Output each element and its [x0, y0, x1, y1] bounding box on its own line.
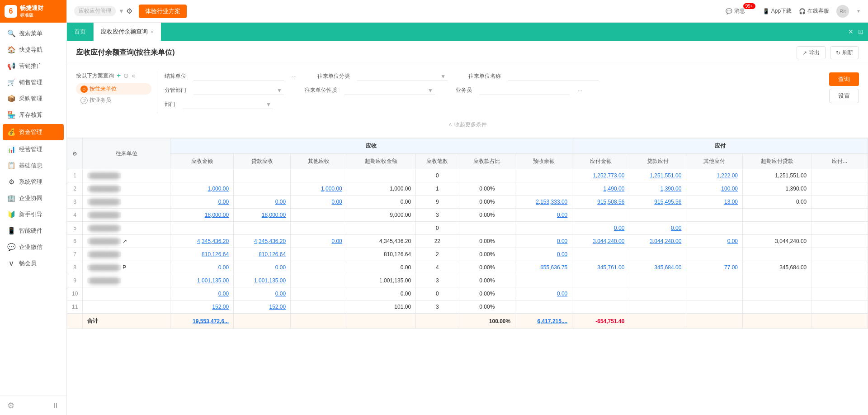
cell-link[interactable]: 810,126.64 [259, 251, 286, 258]
sidebar-item-wechat[interactable]: 💬 企业微信 [0, 239, 66, 255]
scheme-by-partner[interactable]: ⊙ 按往来单位 [76, 83, 151, 95]
cell-link[interactable]: 1,251,551.00 [650, 172, 681, 179]
cell-link[interactable]: 915,508.56 [597, 199, 624, 205]
cell-link[interactable]: 4,345,436.20 [254, 238, 286, 244]
sidebar-item-management[interactable]: 📊 经营管理 [0, 141, 66, 157]
sidebar-item-purchase[interactable]: 📦 采购管理 [0, 91, 66, 107]
cell-link[interactable]: 0.00 [671, 225, 681, 231]
edit-scheme-button[interactable]: ⊙ [123, 72, 129, 79]
online-service-link[interactable]: 🎧 在线客服 [799, 7, 829, 15]
settings-col-header[interactable]: ⚙ [67, 138, 83, 169]
sidebar-item-guide[interactable]: 🔰 新手引导 [0, 206, 66, 223]
sidebar-item-basic[interactable]: 📋 基础信息 [0, 157, 66, 174]
table-row: 10 0.00 0.00 0.00 0 0.00% 0.00 [67, 287, 868, 301]
cell-link[interactable]: 345,684.00 [654, 264, 681, 271]
cell-link[interactable]: 1,252,773.00 [593, 172, 624, 179]
footer-recv-amount[interactable]: 19,553,472,6... [170, 314, 234, 329]
cell-link[interactable]: 3,044,240.00 [593, 238, 624, 244]
cell-link[interactable]: 18,000.00 [262, 212, 286, 218]
query-button[interactable]: 查询 [829, 72, 859, 86]
settlement-unit-dots[interactable]: ··· [292, 73, 297, 80]
unit-name-input[interactable] [508, 72, 599, 81]
cell-link[interactable]: 915,495.56 [654, 199, 681, 205]
recv-count-cell: 9 [416, 196, 459, 209]
salesman-dots[interactable]: ··· [578, 87, 582, 94]
sidebar-item-inventory[interactable]: 🏪 库存核算 [0, 107, 66, 123]
cell-link[interactable]: 345,761.00 [597, 264, 624, 271]
tab-balance-query[interactable]: 应收应付余额查询 × [94, 23, 161, 41]
collapse-sidebar-btn[interactable]: ⏸ [52, 401, 59, 410]
add-scheme-button[interactable]: + [117, 72, 121, 80]
settings-gear-button[interactable]: ⚙ [124, 5, 134, 17]
sidebar-item-hardware[interactable]: 📱 智能硬件 [0, 223, 66, 239]
sidebar-item-system[interactable]: ⚙ 系统管理 [0, 174, 66, 190]
footer-prepaid[interactable]: 6,417,215.... [515, 314, 572, 329]
solution-button[interactable]: 体验行业方案 [139, 5, 187, 18]
cell-link[interactable]: 0.00 [275, 264, 286, 271]
tab-close-icon[interactable]: × [151, 29, 153, 34]
cell-link[interactable]: 810,126.64 [202, 251, 229, 258]
app-download-link[interactable]: 📱 App下载 [763, 7, 792, 15]
scheme-by-salesman[interactable]: ⏱ 按业务员 [76, 95, 151, 106]
cell-link[interactable]: 0.00 [557, 251, 567, 258]
set-button[interactable]: 设置 [829, 89, 859, 103]
collapse-conditions-button[interactable]: ∧ 收起更多条件 [448, 121, 486, 129]
cell-link[interactable]: 0.00 [614, 225, 624, 231]
cell-link[interactable]: 1,222.00 [717, 172, 738, 179]
sidebar-item-enterprise[interactable]: 🏢 企业协同 [0, 190, 66, 206]
cell-link[interactable]: 0.00 [218, 199, 229, 205]
collapse-scheme-button[interactable]: « [132, 72, 135, 79]
close-window-btn[interactable]: ✕ [848, 28, 854, 35]
refresh-button[interactable]: ↻ 刷新 [830, 46, 859, 59]
cell-link[interactable]: 0.00 [331, 238, 342, 244]
department-select[interactable] [183, 100, 273, 109]
salesman-input[interactable] [479, 86, 570, 95]
cell-link[interactable]: 1,001,135.00 [254, 277, 286, 284]
cell-link[interactable]: 1,000.00 [321, 186, 342, 192]
cell-link[interactable]: 0.00 [275, 199, 286, 205]
settlement-unit-input[interactable] [193, 72, 284, 81]
user-dropdown-arrow[interactable]: ▼ [856, 9, 861, 14]
cell-link[interactable]: 0.00 [557, 291, 567, 297]
cell-link[interactable]: 0.00 [218, 264, 229, 271]
sidebar-item-search[interactable]: 🔍 搜索菜单 [0, 25, 66, 42]
table-row: 2 ████████ 1,000.00 1,000.00 1,000.00 1 … [67, 182, 868, 196]
settings-footer-icon[interactable]: ⚙ [7, 401, 14, 410]
sidebar-item-quicknav[interactable]: 🏠 快捷导航 [0, 42, 66, 58]
cell-link[interactable]: 0.00 [275, 291, 286, 297]
sidebar-item-marketing[interactable]: 📢 营销推广 [0, 58, 66, 74]
cell-link[interactable]: 18,000.00 [205, 212, 229, 218]
user-avatar[interactable]: Rit [836, 5, 849, 18]
cell-link[interactable]: 3,044,240.00 [650, 238, 681, 244]
unit-nature-select[interactable] [344, 86, 435, 95]
collapse-icon: ∧ [448, 121, 453, 128]
cell-link[interactable]: 13.00 [724, 199, 738, 205]
sidebar-item-member[interactable]: V 畅会员 [0, 255, 66, 272]
cell-link[interactable]: 0.00 [557, 212, 567, 218]
cell-link[interactable]: 77.00 [724, 264, 738, 271]
cell-link[interactable]: 1,001,135.00 [197, 277, 229, 284]
cell-link[interactable]: 655,636.75 [540, 264, 567, 271]
unit-category-select[interactable] [357, 72, 448, 81]
cell-link[interactable]: 0.00 [727, 238, 738, 244]
cell-link[interactable]: 1,490.00 [604, 186, 625, 192]
cell-link[interactable]: 152.00 [212, 304, 229, 310]
cell-link[interactable]: 152.00 [269, 304, 286, 310]
cell-link[interactable]: 4,345,436.20 [197, 238, 229, 244]
sidebar-item-finance[interactable]: 💰 资金管理 [3, 124, 64, 140]
cell-link[interactable]: 0.00 [557, 238, 567, 244]
overdue-recv-cell: 101.00 [347, 301, 415, 314]
cell-link[interactable]: 0.00 [218, 291, 229, 297]
tab-home[interactable]: 首页 [67, 23, 94, 41]
cell-link[interactable]: 2,153,333.00 [536, 199, 567, 205]
basic-icon: 📋 [7, 162, 15, 170]
cell-link[interactable]: 1,390.00 [660, 186, 682, 192]
sidebar-item-sales[interactable]: 🛒 销售管理 [0, 74, 66, 91]
cell-link[interactable]: 100.00 [721, 186, 738, 192]
dept-select[interactable] [193, 86, 284, 95]
cell-link[interactable]: 1,000.00 [208, 186, 229, 192]
cell-link[interactable]: 0.00 [331, 199, 342, 205]
export-button[interactable]: ↗ 导出 [797, 46, 826, 59]
maximize-window-btn[interactable]: ⊡ [858, 28, 863, 35]
message-link[interactable]: 💬 消息 99+ [726, 7, 755, 15]
